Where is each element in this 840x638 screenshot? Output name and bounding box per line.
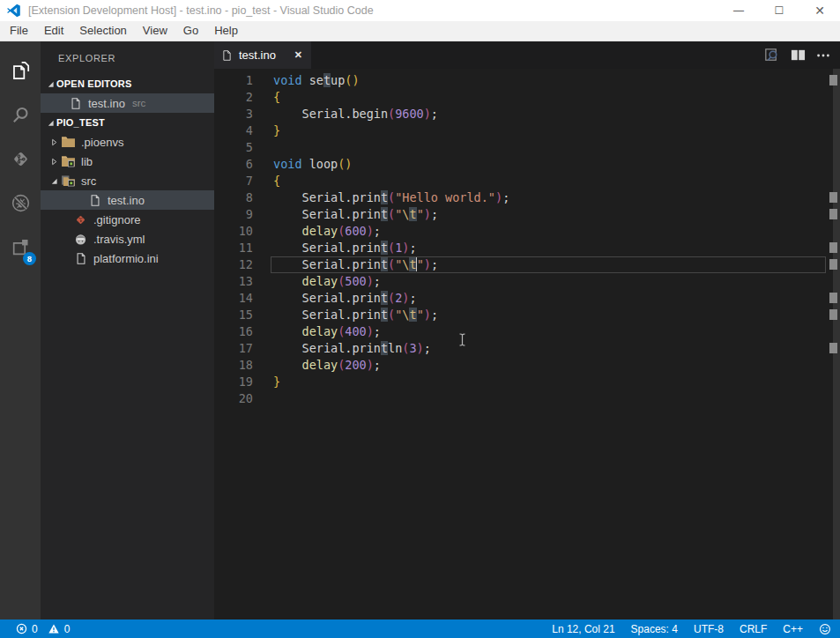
- code-line-16[interactable]: 16 delay(400);: [214, 323, 840, 340]
- tree-item--gitignore[interactable]: .gitignore: [41, 210, 214, 229]
- menu-file[interactable]: File: [2, 21, 36, 41]
- line-number: 9: [214, 206, 253, 223]
- line-content: }: [273, 122, 280, 139]
- code-line-14[interactable]: 14 Serial.print(2);: [214, 290, 840, 307]
- eol-indicator[interactable]: CRLF: [740, 623, 767, 635]
- code-line-10[interactable]: 10 delay(600);: [214, 223, 840, 240]
- warnings-count[interactable]: 0: [64, 623, 71, 635]
- code-line-15[interactable]: 15 Serial.print("\t");: [214, 307, 840, 323]
- code-line-12[interactable]: 12 Serial.print("\t");: [214, 256, 840, 273]
- feedback-smiley-icon[interactable]: [819, 623, 831, 635]
- section-header-open-editors[interactable]: OPEN EDITORS: [41, 74, 214, 93]
- tree-item--pioenvs[interactable]: .pioenvs: [41, 132, 214, 152]
- tree-item-test-ino[interactable]: test.inosrc: [41, 93, 214, 113]
- indentation-indicator[interactable]: Spaces: 4: [631, 623, 678, 635]
- code-line-1[interactable]: 1void setup(): [214, 72, 840, 89]
- cursor-position[interactable]: Ln 12, Col 21: [552, 623, 614, 635]
- line-content: {: [273, 173, 280, 189]
- split-editor-icon[interactable]: [790, 48, 807, 63]
- errors-icon[interactable]: [16, 623, 27, 634]
- code-line-4[interactable]: 4}: [214, 122, 840, 139]
- warnings-icon[interactable]: [48, 623, 60, 634]
- tree-item-src[interactable]: src: [41, 171, 214, 190]
- code-line-19[interactable]: 19}: [214, 374, 840, 390]
- errors-count[interactable]: 0: [32, 623, 38, 635]
- code-line-2[interactable]: 2{: [214, 89, 840, 106]
- mouse-ibeam-cursor: [458, 333, 466, 351]
- code-line-9[interactable]: 9 Serial.print("\t");: [214, 206, 840, 223]
- status-bar: 0 0 Ln 12, Col 21 Spaces: 4 UTF-8 CRLF C…: [0, 619, 840, 638]
- activity-source-control-icon[interactable]: [0, 137, 41, 181]
- code-editor[interactable]: 1void setup()2{3 Serial.begin(9600);4}56…: [214, 69, 840, 619]
- menu-edit[interactable]: Edit: [36, 21, 71, 41]
- activity-search-icon[interactable]: [0, 93, 41, 137]
- code-line-17[interactable]: 17 Serial.println(3);: [214, 340, 840, 357]
- code-line-11[interactable]: 11 Serial.print(1);: [214, 240, 840, 256]
- code-line-18[interactable]: 18 delay(200);: [214, 357, 840, 374]
- more-actions-icon[interactable]: [815, 48, 831, 63]
- line-number: 20: [214, 390, 253, 407]
- tab-label: test.ino: [239, 48, 276, 62]
- code-line-6[interactable]: 6void loop(): [214, 156, 840, 173]
- chevron-expanded-icon: [44, 80, 56, 88]
- tree-item-platformio-ini[interactable]: platformio.ini: [41, 249, 214, 268]
- chevron-collapsed-icon: [48, 158, 60, 166]
- file-icon: [72, 252, 89, 265]
- overview-ruler: [828, 69, 840, 619]
- close-button[interactable]: ✕: [799, 0, 840, 21]
- code-line-20[interactable]: 20: [214, 390, 840, 407]
- editor-actions: [762, 41, 840, 69]
- code-line-7[interactable]: 7{: [214, 173, 840, 189]
- line-number: 17: [214, 340, 253, 357]
- git-icon: [72, 213, 89, 226]
- menu-selection[interactable]: Selection: [71, 21, 134, 41]
- line-content: void loop(): [273, 156, 352, 173]
- section-header-pio-test[interactable]: PIO_TEST: [41, 113, 214, 132]
- activity-extensions-icon[interactable]: 8: [0, 225, 41, 269]
- line-content: {: [273, 89, 280, 106]
- line-content: Serial.print("\t");: [273, 307, 438, 323]
- line-number: 18: [214, 357, 253, 374]
- file-icon: [86, 194, 103, 207]
- window-title: [Extension Development Host] - test.ino …: [28, 4, 374, 17]
- file-icon: [67, 97, 84, 110]
- code-line-13[interactable]: 13 delay(500);: [214, 273, 840, 290]
- tree-item-lib[interactable]: lib: [41, 152, 214, 171]
- maximize-button[interactable]: ☐: [759, 0, 799, 21]
- code-line-8[interactable]: 8 Serial.print("Hello world.");: [214, 189, 840, 206]
- folder-icon: [60, 136, 77, 148]
- tree-item-test-ino[interactable]: test.ino: [41, 190, 214, 210]
- vscode-logo-icon: [7, 4, 21, 18]
- tree-item-label: platformio.ini: [93, 252, 159, 265]
- menu-go[interactable]: Go: [175, 21, 206, 41]
- line-number: 2: [214, 89, 253, 106]
- line-content: void setup(): [273, 72, 360, 89]
- tree-item-label: .gitignore: [93, 213, 140, 226]
- line-number: 19: [214, 374, 253, 390]
- line-number: 16: [214, 323, 253, 340]
- sidebar-title: EXPLORER: [41, 41, 214, 74]
- activity-debug-icon[interactable]: [0, 181, 41, 225]
- tree-item--travis-yml[interactable]: .travis.yml: [41, 229, 214, 249]
- minimize-button[interactable]: —: [718, 0, 759, 21]
- encoding-indicator[interactable]: UTF-8: [694, 623, 724, 635]
- line-number: 7: [214, 173, 253, 189]
- menu-help[interactable]: Help: [206, 21, 246, 41]
- tab-test-ino[interactable]: test.ino ✕: [214, 41, 311, 69]
- tab-close-icon[interactable]: ✕: [293, 48, 304, 63]
- line-content: Serial.print(2);: [273, 290, 417, 307]
- tree-item-label: .travis.yml: [93, 233, 145, 246]
- vscode-window: [Extension Development Host] - test.ino …: [0, 0, 840, 638]
- line-content: delay(500);: [273, 273, 381, 290]
- activity-explorer-icon[interactable]: [0, 48, 41, 93]
- code-line-3[interactable]: 3 Serial.begin(9600);: [214, 106, 840, 122]
- language-indicator[interactable]: C++: [783, 623, 803, 635]
- editor-group: test.ino ✕ 1void setup()2{3 Seri: [214, 41, 840, 619]
- tree-item-label: lib: [81, 155, 93, 168]
- explorer-sidebar: EXPLORER OPEN EDITORStest.inosrcPIO_TEST…: [41, 41, 214, 619]
- code-line-5[interactable]: 5: [214, 139, 840, 156]
- line-number: 4: [214, 122, 253, 139]
- tree-item-label: .pioenvs: [81, 136, 123, 149]
- menu-view[interactable]: View: [135, 21, 175, 41]
- open-preview-icon[interactable]: [762, 46, 781, 64]
